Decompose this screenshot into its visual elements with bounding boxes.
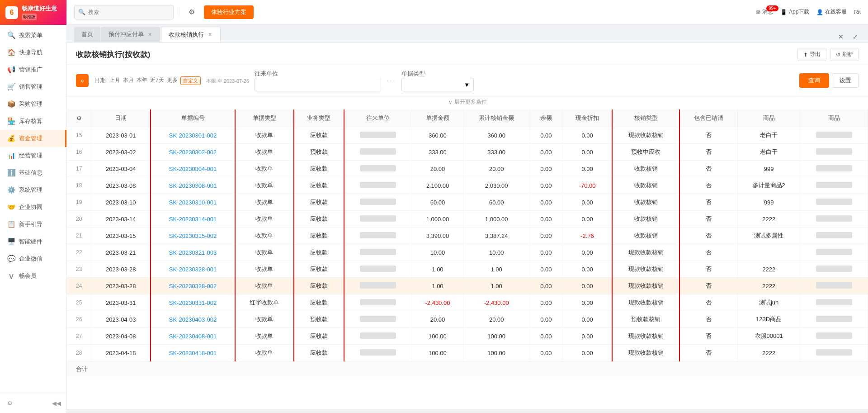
doc-no-link[interactable]: SK-20230314-001 bbox=[169, 216, 217, 223]
solution-btn[interactable]: 体验行业方案 bbox=[204, 5, 254, 19]
query-btn[interactable]: 查询 bbox=[799, 73, 829, 88]
sidebar-item-finance[interactable]: 💰 资金管理 bbox=[0, 130, 66, 147]
table-cell: 收款单 bbox=[235, 127, 294, 144]
table-cell bbox=[344, 161, 412, 177]
settings-footer-btn[interactable]: ⚙ bbox=[4, 397, 16, 409]
sidebar-item-basic[interactable]: ℹ️ 基础信息 bbox=[0, 164, 66, 181]
doc-no-link[interactable]: SK-20230301-002 bbox=[169, 132, 217, 139]
topbar-divider bbox=[179, 8, 179, 17]
filter-expand-btn[interactable]: » bbox=[76, 74, 89, 87]
doc-no-link[interactable]: SK-20230321-003 bbox=[169, 249, 217, 256]
doc-no-link[interactable]: SK-20230310-001 bbox=[169, 199, 217, 206]
topbar-search-input[interactable] bbox=[88, 9, 170, 15]
maximize-btn[interactable]: ⤢ bbox=[850, 31, 861, 42]
table-row: 182023-03-08SK-20230308-001收款单应收款2,100.0… bbox=[67, 177, 868, 194]
table-cell: 应收款 bbox=[294, 244, 344, 261]
doc-no-link[interactable]: SK-20230302-002 bbox=[169, 149, 217, 156]
sidebar-item-marketing[interactable]: 📢 营销推广 bbox=[0, 61, 66, 78]
col-settings[interactable]: ⚙ bbox=[67, 109, 91, 127]
sidebar-item-hardware[interactable]: 🖥️ 智能硬件 bbox=[0, 233, 66, 250]
col-cash-discount[interactable]: 现金折扣 bbox=[562, 109, 612, 127]
sidebar-item-system[interactable]: ⚙️ 系统管理 bbox=[0, 181, 66, 199]
table-cell: 2,100.00 bbox=[412, 177, 463, 194]
close-all-tabs-btn[interactable]: ✕ bbox=[835, 31, 846, 42]
table-cell: -2,430.00 bbox=[412, 294, 463, 311]
doc-no-link[interactable]: SK-20230328-002 bbox=[169, 283, 217, 290]
col-unit[interactable]: 往来单位 bbox=[344, 109, 412, 127]
message-icon: ✉ bbox=[756, 9, 760, 15]
sidebar-item-wechat[interactable]: 💬 企业微信 bbox=[0, 250, 66, 267]
table-cell: 17 bbox=[67, 161, 91, 177]
refresh-btn[interactable]: ↺ 刷新 bbox=[830, 48, 859, 61]
table-cell bbox=[800, 211, 868, 228]
col-cancel-type[interactable]: 核销类型 bbox=[612, 109, 679, 127]
table-cell bbox=[800, 294, 868, 311]
doc-no-link[interactable]: SK-20230315-002 bbox=[169, 233, 217, 239]
date-7days[interactable]: 近7天 bbox=[150, 76, 164, 85]
sidebar-item-sales[interactable]: 🛒 销售管理 bbox=[0, 78, 66, 95]
sidebar-item-inventory[interactable]: 🏪 库存核算 bbox=[0, 113, 66, 130]
sidebar-item-purchase[interactable]: 📦 采购管理 bbox=[0, 95, 66, 113]
table-cell bbox=[344, 127, 412, 144]
sidebar-item-member[interactable]: V 畅会员 bbox=[0, 267, 66, 285]
online-service-btn[interactable]: 👤 在线客服 bbox=[816, 8, 847, 16]
date-custom-tag[interactable]: 自定义 bbox=[180, 76, 201, 85]
col-product[interactable]: 商品 bbox=[737, 109, 800, 127]
col-doc-no[interactable]: 单据编号 bbox=[151, 109, 235, 127]
doc-no-link[interactable]: SK-20230304-001 bbox=[169, 166, 217, 172]
date-this-year[interactable]: 本年 bbox=[137, 76, 147, 85]
tab-home[interactable]: 首页 bbox=[74, 27, 100, 42]
doc-no-link[interactable]: SK-20230328-001 bbox=[169, 266, 217, 273]
date-last-month[interactable]: 上月 bbox=[109, 76, 120, 85]
table-cell: 2023-03-08 bbox=[91, 177, 151, 194]
tab-receipt-cancel-close[interactable]: ✕ bbox=[207, 32, 213, 38]
tab-prepay-close[interactable]: ✕ bbox=[146, 31, 153, 38]
export-btn[interactable]: ⬆ 导出 bbox=[797, 48, 826, 61]
table-cell: 应收款 bbox=[294, 194, 344, 211]
table-cell bbox=[344, 211, 412, 228]
col-balance[interactable]: 余额 bbox=[530, 109, 563, 127]
table-cell: 2222 bbox=[737, 345, 800, 361]
sidebar-item-search[interactable]: 🔍 搜索菜单 bbox=[0, 27, 66, 44]
expand-more-btn[interactable]: ∨ 展开更多条件 bbox=[448, 98, 487, 106]
col-date[interactable]: 日期 bbox=[91, 109, 151, 127]
filter-doc-type-select[interactable]: ▼ bbox=[401, 78, 474, 91]
filter-setting-btn[interactable]: 设置 bbox=[832, 73, 859, 88]
table-cell bbox=[344, 311, 412, 328]
col-amount[interactable]: 单据金额 bbox=[412, 109, 463, 127]
doc-no-link[interactable]: SK-20230403-002 bbox=[169, 316, 217, 323]
page-content: 收款核销执行(按收款) ⬆ 导出 ↺ 刷新 » 日期 上月 bbox=[67, 43, 868, 413]
col-product2[interactable]: 商品 bbox=[800, 109, 868, 127]
sidebar-nav: 🔍 搜索菜单 🏠 快捷导航 📢 营销推广 🛒 销售管理 📦 采购管理 🏪 库存核… bbox=[0, 25, 66, 393]
doc-no-link[interactable]: SK-20230331-002 bbox=[169, 299, 217, 306]
topbar-message-btn[interactable]: ✉ 消息 99+ bbox=[756, 8, 773, 16]
collapse-sidebar-btn[interactable]: ◀◀ bbox=[50, 397, 63, 409]
sidebar-item-guide[interactable]: 📋 新手引导 bbox=[0, 216, 66, 233]
hardware-icon: 🖥️ bbox=[7, 237, 15, 246]
inventory-icon: 🏪 bbox=[7, 117, 15, 125]
filter-unit-input[interactable] bbox=[255, 78, 381, 91]
col-include-settled[interactable]: 包含已结清 bbox=[679, 109, 738, 127]
col-doc-type[interactable]: 单据类型 bbox=[235, 109, 294, 127]
sidebar-logo-text: 畅康道好生意 标推版 bbox=[22, 5, 57, 20]
doc-no-link[interactable]: SK-20230418-001 bbox=[169, 350, 217, 356]
sidebar-item-corp[interactable]: 🤝 企业协同 bbox=[0, 199, 66, 216]
col-cancel-amount[interactable]: 累计核销金额 bbox=[463, 109, 530, 127]
date-more[interactable]: 更多 bbox=[167, 76, 178, 85]
user-name-btn[interactable]: Rit bbox=[854, 9, 861, 15]
table-cell: 1,000.00 bbox=[412, 211, 463, 228]
doc-no-link[interactable]: SK-20230408-001 bbox=[169, 333, 217, 340]
table-scrollbar[interactable] bbox=[67, 409, 868, 413]
topbar-gear-btn[interactable]: ⚙ bbox=[185, 5, 198, 19]
topbar-search-box[interactable]: 🔍 bbox=[74, 5, 174, 19]
doc-no-link[interactable]: SK-20230308-001 bbox=[169, 182, 217, 189]
table-cell: 3,387.24 bbox=[463, 228, 530, 244]
sidebar-item-quicknav[interactable]: 🏠 快捷导航 bbox=[0, 44, 66, 61]
date-this-month[interactable]: 本月 bbox=[123, 76, 134, 85]
tab-prepay[interactable]: 预付冲应付单 ✕ bbox=[101, 27, 160, 42]
app-download-btn[interactable]: 📱 App下载 bbox=[780, 8, 809, 16]
col-biz-type[interactable]: 业务类型 bbox=[294, 109, 344, 127]
table-cell: 60.00 bbox=[412, 194, 463, 211]
tab-receipt-cancel[interactable]: 收款核销执行 ✕ bbox=[161, 27, 221, 42]
sidebar-item-operations[interactable]: 📊 经营管理 bbox=[0, 147, 66, 164]
